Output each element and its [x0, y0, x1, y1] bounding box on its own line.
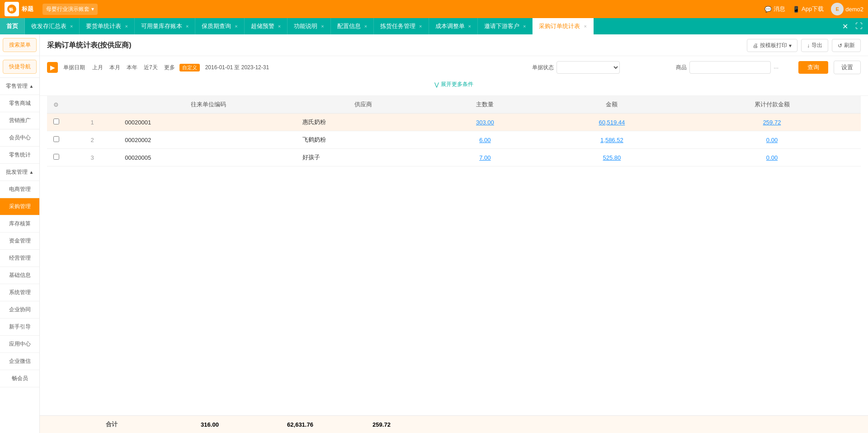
app-download-button[interactable]: 📱 App下载: [793, 5, 824, 13]
footer-amount: 62,631.76: [259, 421, 341, 428]
sidebar-item-finance[interactable]: 资金管理: [0, 233, 39, 250]
sidebar-item-app-center[interactable]: 应用中心: [0, 336, 39, 353]
export-button[interactable]: ↓ 导出: [801, 39, 828, 52]
tab-recv-summary[interactable]: 收发存汇总表 ×: [25, 18, 80, 34]
tab-expiry-query[interactable]: 保质期查询 ×: [195, 18, 244, 34]
status-select[interactable]: [557, 61, 620, 74]
sidebar-item-retail-mall[interactable]: 零售商城: [0, 95, 39, 112]
close-config-info-icon[interactable]: ×: [364, 24, 367, 29]
footer-paid: 259.72: [341, 421, 422, 428]
close-overstock-warning-icon[interactable]: ×: [278, 24, 281, 29]
refresh-button[interactable]: ↺ 刷新: [832, 39, 861, 52]
username-label: demo2: [845, 6, 863, 13]
row-checkbox-0[interactable]: [53, 119, 59, 124]
row-checkbox-1[interactable]: [53, 136, 59, 142]
search-menu-button[interactable]: 搜索菜单: [3, 38, 37, 52]
close-invite-downstream-icon[interactable]: ×: [523, 24, 526, 29]
data-table: ⚙ 往来单位编码 供应商 主数量 金额 累计付款金额 1 00020001: [47, 96, 861, 167]
top-right-actions: 💬 消息 📱 App下载 E demo2: [764, 3, 863, 15]
quick-nav-button[interactable]: 快捷导航: [3, 60, 37, 74]
tab-cost-adjust-label: 成本调整单: [435, 22, 465, 30]
sidebar-item-inventory[interactable]: 库存核算: [0, 215, 39, 233]
top-bar: 畅 标题 母婴行业演示账套 ▾ 💬 消息 📱 App下载 E demo2: [0, 0, 868, 18]
custom-date-badge[interactable]: 自定义: [179, 64, 200, 71]
cell-rownum-0: 1: [65, 114, 119, 131]
sidebar-item-new-guide[interactable]: 新手引导: [0, 319, 39, 336]
sidebar-item-enterprise[interactable]: 企业协同: [0, 301, 39, 319]
sidebar-item-basic-info-label: 基础信息: [9, 271, 31, 279]
workspace-selector[interactable]: 母婴行业演示账套 ▾: [42, 4, 98, 15]
goods-input[interactable]: [689, 61, 771, 74]
cell-paid-2[interactable]: 0.00: [683, 149, 861, 167]
tab-purchase-summary[interactable]: 采购订单统计表 ×: [533, 18, 593, 34]
messages-label: 消息: [774, 5, 785, 13]
print-button[interactable]: 🖨 按模板打印 ▾: [747, 39, 797, 52]
cell-checkbox-0[interactable]: [47, 114, 65, 131]
close-cost-adjust-icon[interactable]: ×: [468, 24, 471, 29]
user-menu[interactable]: E demo2: [831, 3, 863, 15]
cell-amount-1[interactable]: 1,586.52: [541, 131, 683, 149]
page-header: 采购订单统计表(按供应商) 🖨 按模板打印 ▾ ↓ 导出 ↺ 刷新: [40, 34, 868, 56]
sidebar-item-member[interactable]: 会员中心: [0, 129, 39, 147]
sidebar-item-retail[interactable]: 零售管理 ▲: [0, 78, 39, 95]
tab-config-info[interactable]: 配置信息 ×: [331, 18, 374, 34]
close-expiry-query-icon[interactable]: ×: [235, 24, 237, 29]
tab-invite-downstream[interactable]: 邀请下游客户 ×: [478, 18, 533, 34]
cell-qty-1[interactable]: 6.00: [429, 131, 541, 149]
tab-order-summary[interactable]: 要货单统计表 ×: [80, 18, 134, 34]
tab-pick-task[interactable]: 拣货任务管理 ×: [374, 18, 429, 34]
tab-overstock-warning[interactable]: 超储预警 ×: [245, 18, 288, 34]
sidebar-item-system[interactable]: 系统管理: [0, 284, 39, 301]
expand-more-button[interactable]: ⋁ 展开更多条件: [47, 78, 861, 91]
close-order-summary-icon[interactable]: ×: [125, 24, 127, 29]
cell-supplier-1: 飞鹤奶粉: [297, 131, 429, 149]
close-available-stock-icon[interactable]: ×: [186, 24, 189, 29]
sidebar-item-member2[interactable]: 畅会员: [0, 370, 39, 387]
tab-available-stock[interactable]: 可用量库存账本 ×: [135, 18, 195, 34]
cell-amount-0[interactable]: 60,519.44: [541, 114, 683, 131]
sidebar-item-app-center-label: 应用中心: [9, 340, 31, 348]
goods-filter-field: 商品 ···: [676, 61, 778, 74]
close-tab-button[interactable]: ✕: [840, 20, 850, 33]
close-purchase-summary-icon[interactable]: ×: [584, 24, 586, 29]
sidebar-item-marketing[interactable]: 营销推广: [0, 112, 39, 129]
cell-amount-2[interactable]: 525.80: [541, 149, 683, 167]
tab-func-desc-label: 功能说明: [294, 22, 317, 30]
shortcut-this-month[interactable]: 本月: [108, 63, 122, 72]
shortcut-this-year[interactable]: 本年: [125, 63, 139, 72]
maximize-tab-button[interactable]: ⛶: [854, 20, 864, 32]
sidebar-item-purchase[interactable]: 采购管理: [0, 198, 39, 215]
filter-toggle-button[interactable]: ▶: [47, 62, 58, 73]
cell-paid-0[interactable]: 259.72: [683, 114, 861, 131]
th-amount: 金额: [541, 96, 683, 114]
goods-more-icon[interactable]: ···: [774, 64, 778, 71]
sidebar-item-operations[interactable]: 经营管理: [0, 250, 39, 267]
sidebar-item-wholesale[interactable]: 批发管理 ▲: [0, 164, 39, 181]
sidebar-item-system-label: 系统管理: [9, 289, 31, 296]
sidebar-item-basic-info[interactable]: 基础信息: [0, 267, 39, 284]
close-recv-summary-icon[interactable]: ×: [70, 24, 73, 29]
cell-checkbox-2[interactable]: [47, 149, 65, 167]
cell-checkbox-1[interactable]: [47, 131, 65, 149]
cell-code-1: 00020002: [119, 131, 297, 149]
app-download-label: App下载: [802, 5, 824, 13]
shortcut-last-month[interactable]: 上月: [90, 63, 105, 72]
sidebar-item-ecommerce[interactable]: 电商管理: [0, 181, 39, 198]
shortcut-more[interactable]: 更多: [162, 63, 177, 72]
tab-func-desc[interactable]: 功能说明 ×: [288, 18, 330, 34]
cell-qty-2[interactable]: 7.00: [429, 149, 541, 167]
column-settings-icon[interactable]: ⚙: [53, 101, 59, 108]
sidebar-item-enterprise-wechat[interactable]: 企业微信: [0, 353, 39, 370]
tab-cost-adjust[interactable]: 成本调整单 ×: [429, 18, 478, 34]
messages-button[interactable]: 💬 消息: [764, 5, 785, 13]
close-pick-task-icon[interactable]: ×: [419, 24, 422, 29]
cell-qty-0[interactable]: 303.00: [429, 114, 541, 131]
query-button[interactable]: 查询: [798, 61, 828, 74]
sidebar-item-retail-stats[interactable]: 零售统计: [0, 147, 39, 164]
shortcut-7days[interactable]: 近7天: [142, 63, 160, 72]
close-func-desc-icon[interactable]: ×: [321, 24, 324, 29]
row-checkbox-2[interactable]: [53, 154, 59, 160]
tab-home[interactable]: 首页: [0, 18, 25, 34]
settings-button[interactable]: 设置: [834, 61, 861, 74]
cell-paid-1[interactable]: 0.00: [683, 131, 861, 149]
